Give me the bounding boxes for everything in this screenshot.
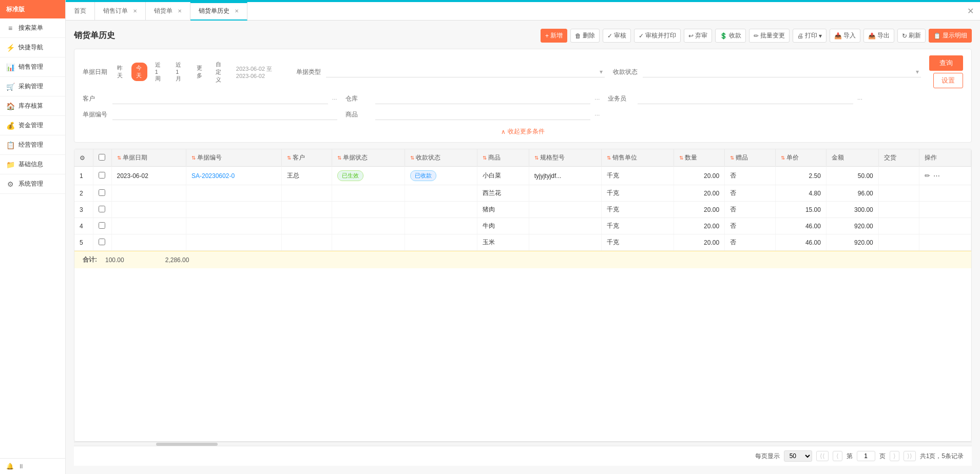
col-quantity[interactable]: ⇅数量 [674,149,725,167]
page-number-input[interactable] [857,451,875,461]
page-title: 销货单历史 [74,30,115,41]
col-doc-no[interactable]: ⇅单据编号 [186,149,282,167]
sales-mgmt-icon: 📊 [6,63,14,71]
col-spec-type[interactable]: ⇅规格型号 [529,149,601,167]
chip-more[interactable]: 更多 [192,63,208,81]
row-checkbox[interactable] [99,189,105,196]
total-quantity: 100.00 [105,256,124,264]
salesperson-label: 业务员 [608,94,633,103]
audit-label: 审核 [614,31,626,40]
goods-input[interactable] [375,109,591,120]
close-all-tabs[interactable]: ✕ [961,6,980,16]
goods-dots[interactable]: ··· [594,111,600,118]
row-checkbox[interactable] [99,239,105,245]
select-all-checkbox[interactable] [99,154,105,161]
show-detail-button[interactable]: 📋 显示明细 [929,29,972,43]
import-button[interactable]: 📥 导入 [830,29,860,43]
doc-no-label: 单据编号 [83,110,108,119]
sidebar-item-inventory[interactable]: 🏠 库存核算 [0,96,65,116]
salesperson-dots[interactable]: ··· [857,95,862,103]
doc-no-input[interactable] [112,109,337,120]
tab-home[interactable]: 首页 [66,2,95,21]
pause-icon[interactable]: ⏸ [18,463,24,470]
warehouse-input[interactable] [375,93,591,104]
scrollbar-thumb[interactable] [156,443,218,446]
audit-print-button[interactable]: ✓ 审核并打印 [634,29,681,43]
export-button[interactable]: 📤 导出 [863,29,894,43]
row-checkbox[interactable] [99,172,105,179]
customer-dots[interactable]: ··· [332,95,337,103]
doc-no-link[interactable]: SA-20230602-0 [191,172,235,180]
abandon-button[interactable]: ↩ 弃审 [684,29,712,43]
chip-custom[interactable]: 自定义 [211,59,230,85]
sidebar-item-basic-info[interactable]: 📁 基础信息 [0,155,65,174]
col-doc-date[interactable]: ⇅单据日期 [111,149,186,167]
sidebar-item-purchase-mgmt[interactable]: 🛒 采购管理 [0,77,65,96]
tab-sales-goods-close[interactable]: ✕ [178,8,182,14]
sidebar-item-quick-nav[interactable]: ⚡ 快捷导航 [0,38,65,57]
per-page-label: 每页显示 [755,452,780,461]
tab-sales-order-close[interactable]: ✕ [133,8,137,14]
per-page-select[interactable]: 50 100 200 [784,450,812,462]
batch-change-button[interactable]: ✏ 批量变更 [749,29,790,43]
chip-last1m[interactable]: 近1月 [171,60,188,84]
prev-page-button[interactable]: ⟨ [833,451,842,461]
doc-type-input[interactable]: ▾ [326,67,605,77]
audit-button[interactable]: ✓ 审核 [603,29,631,43]
last-page-button[interactable]: ⟩⟩ [904,451,916,461]
table-footer: 合计: 100.00 2,286.00 [74,251,971,268]
collect-button[interactable]: 💲 收款 [715,29,746,43]
new-button[interactable]: + 新增 [541,29,567,43]
tab-sales-order[interactable]: 销售订单 ✕ [95,2,146,21]
table-scrollbar[interactable] [74,442,972,446]
filter-warehouse: 仓库 ··· [345,93,600,104]
page-label: 第 [847,452,853,461]
customer-input[interactable] [112,93,328,104]
first-page-button[interactable]: ⟨⟨ [816,451,829,461]
col-goods[interactable]: ⇅商品 [477,149,529,167]
sidebar-item-search-menu[interactable]: ≡ 搜索菜单 [0,18,65,38]
sidebar-item-finance-mgmt[interactable]: 💰 资金管理 [0,116,65,135]
col-collect-status[interactable]: ⇅收款状态 [405,149,477,167]
tab-sales-history-close[interactable]: ✕ [235,8,239,14]
sidebar-item-sys-mgmt[interactable]: ⚙ 系统管理 [0,174,65,194]
print-button[interactable]: 🖨 打印 ▾ [793,29,827,43]
sys-mgmt-icon: ⚙ [6,180,14,188]
search-menu-icon: ≡ [6,24,14,32]
col-customer[interactable]: ⇅客户 [281,149,332,167]
chip-today[interactable]: 今天 [131,63,147,81]
col-settings[interactable]: ⚙ [74,149,93,167]
tab-sales-history[interactable]: 销货单历史 ✕ [190,2,247,21]
refresh-button[interactable]: ↻ 刷新 [897,29,926,43]
collect-status-input[interactable]: ▾ [643,67,921,77]
next-page-button[interactable]: ⟩ [890,451,899,461]
new-icon: + [545,32,549,40]
collect-status-badge: 已收款 [410,170,436,181]
col-unit-price[interactable]: ⇅单价 [776,149,827,167]
col-gift[interactable]: ⇅赠品 [725,149,776,167]
chip-yesterday[interactable]: 昨天 [112,63,128,81]
col-sales-unit[interactable]: ⇅销售单位 [601,149,674,167]
warehouse-dots[interactable]: ··· [594,95,600,103]
salesperson-input[interactable] [638,93,853,104]
sidebar-item-ops-mgmt[interactable]: 📋 经营管理 [0,135,65,155]
settings-button[interactable]: 设置 [933,73,963,88]
row-checkbox[interactable] [99,222,105,229]
chip-last7[interactable]: 近1周 [150,60,168,84]
notification-icon[interactable]: 🔔 [6,463,14,470]
query-button[interactable]: 查询 [929,55,963,71]
tab-sales-goods[interactable]: 销货单 ✕ [146,2,190,21]
more-icon[interactable]: ⋯ [933,172,940,180]
collapse-button[interactable]: ∧ 收起更多条件 [501,127,545,136]
delete-button[interactable]: 🗑 删除 [570,29,600,43]
abandon-label: 弃审 [695,31,707,40]
row-checkbox[interactable] [99,206,105,212]
col-doc-status[interactable]: ⇅单据状态 [332,149,405,167]
sidebar-item-sales-mgmt[interactable]: 📊 销售管理 [0,57,65,77]
filter-row-2: 客户 ··· 仓库 ··· 业务员 ··· [83,93,963,104]
doc-type-label: 单据类型 [296,68,322,76]
page-header: 销货单历史 + 新增 🗑 删除 ✓ 审核 ✓ 审核并打印 [74,29,972,43]
edit-icon[interactable]: ✏ [925,172,930,180]
sidebar-item-label: 资金管理 [18,121,43,130]
sidebar-item-label: 快捷导航 [18,43,43,52]
